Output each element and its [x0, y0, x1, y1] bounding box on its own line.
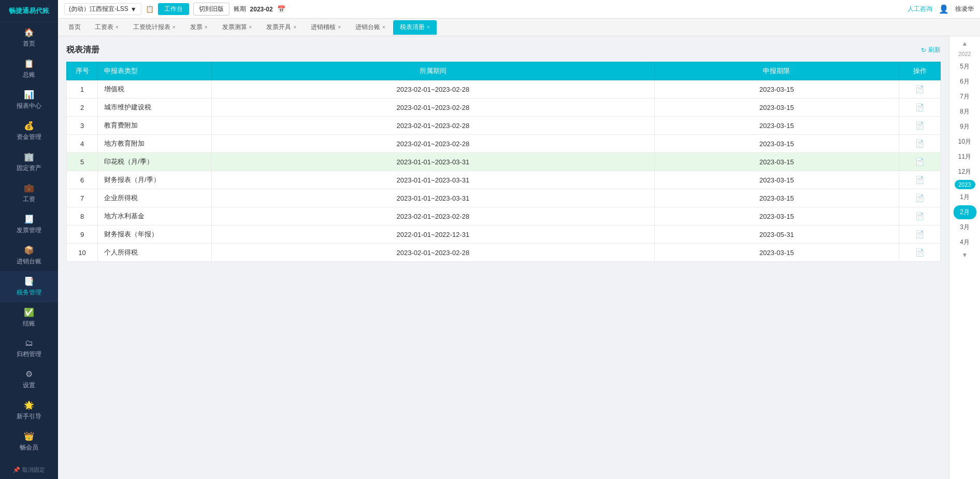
- cell-type: 个人所得税: [98, 244, 212, 262]
- month-10[interactable]: 10月: [954, 135, 976, 149]
- cell-period: 2023-02-01~2023-02-28: [212, 207, 655, 226]
- tab-invoice-calc-close[interactable]: ×: [249, 24, 252, 30]
- tab-invoice-open-close[interactable]: ×: [293, 24, 296, 30]
- tab-home-label: 首页: [68, 23, 81, 32]
- tab-salary-stats[interactable]: 工资统计报表 ×: [126, 20, 182, 35]
- sidebar-label-invoice: 发票管理: [17, 226, 41, 235]
- tab-tax-register-close[interactable]: ×: [427, 24, 430, 30]
- cell-seq: 2: [67, 98, 98, 117]
- month-2-active[interactable]: 2月: [954, 205, 976, 219]
- month-9[interactable]: 9月: [954, 120, 976, 134]
- col-seq: 序号: [67, 62, 98, 80]
- tab-salary[interactable]: 工资表 ×: [88, 20, 125, 35]
- sidebar-item-salary[interactable]: 💼 工资: [0, 178, 58, 209]
- cell-period: 2023-02-01~2023-02-28: [212, 244, 655, 262]
- tab-tax-register-label: 税表清册: [400, 23, 425, 32]
- table-row: 8 地方水利基金 2023-02-01~2023-02-28 2023-03-1…: [67, 207, 941, 226]
- month-1[interactable]: 1月: [954, 190, 976, 204]
- topbar: (勿动）江西报宜-LSS ▼ 📋 工作台 切到旧版 账期 2023-02 📅 人…: [58, 0, 980, 19]
- sidebar-label-purchase-sales: 进销台账: [17, 257, 41, 266]
- action-icon[interactable]: 📄: [915, 248, 924, 257]
- period-value: 2023-02: [250, 6, 273, 13]
- month-11[interactable]: 11月: [954, 150, 976, 164]
- tab-home[interactable]: 首页: [62, 20, 87, 35]
- sidebar-item-assets[interactable]: 🏢 固定资产: [0, 147, 58, 178]
- sidebar-item-close[interactable]: ✅ 结账: [0, 302, 58, 333]
- period-label-text: 账期: [234, 5, 246, 13]
- refresh-button[interactable]: ↻ 刷新: [921, 46, 941, 54]
- action-icon[interactable]: 📄: [915, 158, 924, 166]
- tab-invoice[interactable]: 发票 ×: [183, 20, 214, 35]
- tab-tax-register[interactable]: 税表清册 ×: [393, 20, 437, 35]
- copy-icon[interactable]: 📋: [146, 5, 154, 13]
- company-name: (勿动）江西报宜-LSS: [69, 5, 128, 13]
- table-row: 10 个人所得税 2023-02-01~2023-02-28 2023-03-1…: [67, 244, 941, 262]
- year-2022-label: 2022: [949, 49, 980, 59]
- tab-invoice-calc[interactable]: 发票测算 ×: [215, 20, 259, 35]
- cell-deadline: 2023-03-15: [654, 98, 899, 117]
- tab-audit[interactable]: 进销稽核 ×: [304, 20, 348, 35]
- page-title: 税表清册: [66, 45, 99, 55]
- tax-icon: 📑: [24, 276, 34, 286]
- cell-action: 📄: [899, 98, 941, 117]
- finance-icon: 💰: [24, 121, 34, 131]
- tab-purchase-ledger-close[interactable]: ×: [382, 24, 385, 30]
- sidebar-item-invoice[interactable]: 🧾 发票管理: [0, 209, 58, 240]
- sidebar-item-ledger[interactable]: 📋 总账: [0, 53, 58, 84]
- action-icon[interactable]: 📄: [915, 139, 924, 148]
- action-icon[interactable]: 📄: [915, 230, 924, 238]
- cell-deadline: 2023-03-15: [654, 80, 899, 98]
- switch-old-button[interactable]: 切到旧版: [193, 3, 229, 16]
- sidebar-item-tax[interactable]: 📑 税务管理: [0, 271, 58, 302]
- month-12[interactable]: 12月: [954, 165, 976, 179]
- col-action: 操作: [899, 62, 941, 80]
- sidebar-item-archive[interactable]: 🗂 归档管理: [0, 333, 58, 364]
- sidebar-item-finance[interactable]: 💰 资金管理: [0, 116, 58, 147]
- month-4[interactable]: 4月: [954, 235, 976, 249]
- sidebar-item-vip[interactable]: 👑 畅会员: [0, 426, 58, 457]
- company-selector[interactable]: (勿动）江西报宜-LSS ▼: [64, 3, 141, 15]
- cell-type: 印花税（月/季）: [98, 153, 212, 171]
- sidebar-item-settings[interactable]: ⚙ 设置: [0, 364, 58, 395]
- tabbar: 首页 工资表 × 工资统计报表 × 发票 × 发票测算 × 发票开具 × 进销稽…: [58, 19, 980, 36]
- content-area: 税表清册 ↻ 刷新 序号 申报表类型 所属期间 申报期限 操作: [58, 36, 949, 479]
- month-8[interactable]: 8月: [954, 105, 976, 119]
- action-icon[interactable]: 📄: [915, 176, 924, 184]
- tab-invoice-label: 发票: [190, 23, 203, 32]
- cell-action: 📄: [899, 153, 941, 171]
- tab-invoice-close[interactable]: ×: [205, 24, 208, 30]
- close-accounts-icon: ✅: [24, 307, 34, 317]
- tab-purchase-ledger[interactable]: 进销台账 ×: [349, 20, 392, 35]
- cell-type: 地方水利基金: [98, 207, 212, 226]
- cell-type: 财务报表（年报）: [98, 226, 212, 244]
- scroll-up-button[interactable]: ▲: [959, 38, 971, 49]
- assets-icon: 🏢: [24, 152, 34, 162]
- sidebar-item-guide[interactable]: 🌟 新手引导: [0, 395, 58, 426]
- tab-salary-stats-close[interactable]: ×: [172, 24, 176, 30]
- month-5[interactable]: 5月: [954, 60, 976, 74]
- unpin-button[interactable]: 📌 取消固定: [0, 461, 58, 479]
- year-2023-tag: 2023: [955, 180, 975, 189]
- sidebar-label-salary: 工资: [23, 195, 35, 204]
- sidebar-item-purchase-sales[interactable]: 📦 进销台账: [0, 240, 58, 271]
- tab-salary-close[interactable]: ×: [116, 24, 119, 30]
- workbench-button[interactable]: 工作台: [158, 3, 189, 15]
- customer-service-button[interactable]: 人工咨询: [907, 5, 932, 13]
- action-icon[interactable]: 📄: [915, 103, 924, 111]
- scroll-down-button[interactable]: ▼: [959, 250, 971, 260]
- sidebar-item-home[interactable]: 🏠 首页: [0, 22, 58, 53]
- calendar-icon[interactable]: 📅: [277, 5, 285, 13]
- month-6[interactable]: 6月: [954, 75, 976, 89]
- app-logo: 畅捷通易代账: [0, 0, 58, 22]
- cell-period: 2022-01-01~2022-12-31: [212, 226, 655, 244]
- cell-deadline: 2023-03-15: [654, 171, 899, 189]
- month-3[interactable]: 3月: [954, 220, 976, 234]
- action-icon[interactable]: 📄: [915, 121, 924, 130]
- tab-audit-close[interactable]: ×: [338, 24, 341, 30]
- tab-invoice-open[interactable]: 发票开具 ×: [260, 20, 303, 35]
- action-icon[interactable]: 📄: [915, 85, 924, 93]
- sidebar-item-report[interactable]: 📊 报表中心: [0, 84, 58, 116]
- month-7[interactable]: 7月: [954, 90, 976, 104]
- action-icon[interactable]: 📄: [915, 212, 924, 220]
- action-icon[interactable]: 📄: [915, 194, 924, 202]
